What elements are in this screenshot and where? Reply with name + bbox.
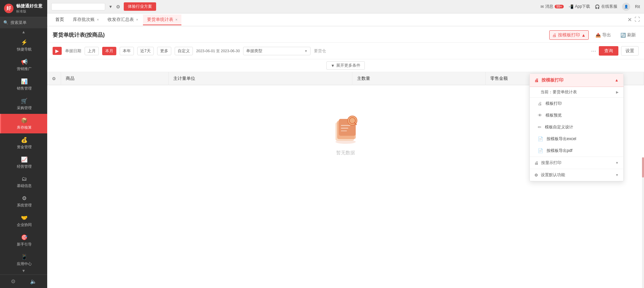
svg-rect-9: [341, 130, 347, 131]
avatar[interactable]: 👤: [622, 3, 630, 11]
nav-icon-basic-info: 🗂: [22, 176, 27, 182]
topbar-dropdown-icon[interactable]: ▼: [109, 4, 113, 9]
page-header: 要货单统计表(按商品) 🖨 按模板打印 ▲ 📤 导出 🔄 刷新: [47, 26, 644, 43]
query-btn[interactable]: 查询: [599, 46, 618, 56]
nav-label-collab: 企业协同: [17, 222, 32, 227]
sidebar-item-sales[interactable]: 📊 销售管理: [0, 75, 47, 94]
date-btn-this-month[interactable]: 本月: [102, 47, 116, 55]
nav-icon-sales: 📊: [21, 78, 28, 85]
sidebar-item-finance[interactable]: 💰 资金管理: [0, 133, 47, 153]
close-tab-collection-summary[interactable]: ×: [136, 18, 138, 22]
print-dropdown-current-section: 当前：要货单统计表 ▶: [530, 87, 623, 98]
tab-order-statistics[interactable]: 要货单统计表 ×: [143, 14, 181, 25]
export-icon: 📤: [595, 33, 601, 38]
date-btn-custom[interactable]: 自定义: [175, 47, 193, 55]
sidebar-nav: ⚡ 快捷导航 📢 营销推广 📊 销售管理 🛒 采购管理 📦 库存核算 💰 资金管…: [0, 36, 47, 267]
column-settings-icon[interactable]: ⚙: [52, 76, 56, 81]
settings-icon[interactable]: ⚙: [11, 278, 16, 285]
filter-toggle-btn[interactable]: ▶: [53, 47, 62, 55]
set-default-arrow-icon: ▼: [615, 173, 619, 177]
refresh-btn[interactable]: 🔄 刷新: [618, 31, 639, 39]
sidebar-item-collab[interactable]: 🤝 企业协同: [0, 211, 47, 231]
template-preview-item[interactable]: 👁 模板预览: [530, 109, 623, 121]
close-tab-order-statistics[interactable]: ×: [175, 18, 177, 22]
print-dropdown-arrow-up: ▲: [581, 33, 586, 38]
online-service-label: 在线客服: [601, 4, 617, 9]
print-dropdown-items-section: 🖨 模板打印 👁 模板预览 ✏ 模板自定义设计 📄 按模板导出excel: [530, 98, 623, 157]
date-btn-last-month[interactable]: 上月: [85, 47, 99, 55]
sidebar-item-purchase[interactable]: 🛒 采购管理: [0, 94, 47, 114]
more-options-btn[interactable]: ···: [591, 47, 596, 55]
template-preview-icon: 👁: [538, 113, 542, 118]
nav-label-operation: 经营管理: [17, 164, 32, 169]
topbar: ▼ ⚙ 体验行业方案 ✉ 消息 99+ 📲 App下载 🎧 在线客服 👤 Rit: [47, 0, 644, 13]
close-tab-batch-account[interactable]: ×: [97, 18, 99, 22]
messages-btn[interactable]: ✉ 消息 99+: [540, 4, 564, 9]
tab-close-window-btn[interactable]: ✕: [627, 17, 632, 23]
tab-batch-account-label: 库存批次账: [73, 17, 95, 23]
date-range-display: 2023-06-01 至 2023-06-30: [196, 49, 240, 54]
tab-expand-window-btn[interactable]: ⛶: [635, 17, 640, 23]
tab-home[interactable]: 首页: [51, 14, 68, 25]
print-template-label: 按模板打印: [558, 32, 580, 38]
date-filter-label: 单据日期: [65, 48, 81, 54]
expand-more-label: 展开更多条件: [336, 63, 360, 68]
set-default-subheader[interactable]: ⚙ 设置默认功能 ▼: [530, 169, 623, 181]
sidebar-scroll-down[interactable]: ▼: [0, 267, 47, 275]
sidebar-item-system[interactable]: ⚙ 系统管理: [0, 192, 47, 211]
print-template-btn[interactable]: 🖨 按模板打印 ▲: [549, 30, 589, 40]
speaker-icon[interactable]: 🔈: [30, 278, 37, 285]
nav-icon-marketing: 📢: [21, 59, 28, 65]
tab-collection-summary[interactable]: 收发存汇总表 ×: [104, 14, 142, 25]
sidebar-item-inventory[interactable]: 📦 库存核算: [0, 114, 47, 133]
date-btn-more[interactable]: 更多: [157, 47, 171, 55]
topbar-gear-icon[interactable]: ⚙: [116, 4, 120, 9]
avatar-icon: 👤: [624, 5, 628, 8]
date-btn-this-year[interactable]: 本年: [120, 47, 134, 55]
excel-export-icon: 📄: [538, 136, 543, 141]
username: Rit: [635, 4, 640, 9]
sidebar-item-quick-nav[interactable]: ⚡ 快捷导航: [0, 36, 47, 55]
current-template-arrow-icon: ▶: [616, 90, 619, 94]
doc-type-arrow-icon: ▼: [304, 49, 308, 53]
topbar-search-input[interactable]: [51, 3, 105, 10]
th-quantity: 主数量: [352, 72, 486, 85]
content-area: 要货单统计表(按商品) 🖨 按模板打印 ▲ 📤 导出 🔄 刷新: [47, 26, 644, 288]
template-export-pdf-item[interactable]: 📄 按模板导出pdf: [530, 145, 623, 157]
tab-order-statistics-label: 要货单统计表: [147, 17, 173, 23]
print-dropdown-header-left: 🖨 按模板打印: [534, 77, 563, 83]
set-default-section: ⚙ 设置默认功能 ▼: [530, 169, 623, 181]
date-btn-last-7-days[interactable]: 近7天: [137, 47, 154, 55]
template-export-excel-label: 按模板导出excel: [547, 136, 576, 142]
template-export-pdf-label: 按模板导出pdf: [547, 148, 573, 154]
export-btn[interactable]: 📤 导出: [593, 31, 614, 39]
print-dropdown-header[interactable]: 🖨 按模板打印 ▲: [530, 74, 623, 87]
template-export-excel-item[interactable]: 📄 按模板导出excel: [530, 133, 623, 145]
sidebar-item-app-center[interactable]: 📱 应用中心: [0, 250, 47, 267]
expand-more-btn[interactable]: ▼ 展开更多条件: [326, 61, 365, 70]
brand-name: 畅捷通好生意: [16, 3, 42, 9]
printer-icon: 🖨: [552, 33, 557, 38]
current-template-select[interactable]: 当前：要货单统计表 ▶: [530, 87, 623, 97]
display-print-subheader[interactable]: 🖨 按显示打印 ▼: [530, 157, 623, 169]
app-download-btn[interactable]: 📲 App下载: [568, 4, 590, 9]
doc-type-label: 单据类型: [246, 48, 262, 54]
template-custom-design-item[interactable]: ✏ 模板自定义设计: [530, 121, 623, 133]
sidebar-scroll-up[interactable]: ▲: [0, 28, 47, 36]
sidebar-item-basic-info[interactable]: 🗂 基础信息: [0, 172, 47, 192]
template-print-item[interactable]: 🖨 模板打印: [530, 98, 623, 109]
tab-batch-account[interactable]: 库存批次账 ×: [69, 14, 103, 25]
svg-rect-7: [341, 125, 350, 126]
trial-btn[interactable]: 体验行业方案: [124, 2, 156, 11]
sidebar-item-marketing[interactable]: 📢 营销推广: [0, 55, 47, 75]
settings-btn[interactable]: 设置: [621, 46, 639, 56]
sidebar-item-operation[interactable]: 📈 经营管理: [0, 153, 47, 172]
doc-type-select[interactable]: 单据类型 ▼: [243, 47, 311, 55]
sidebar-bottom: ⚙ 🔈: [0, 275, 47, 288]
th-settings[interactable]: ⚙: [47, 72, 61, 85]
print-header-icon: 🖨: [534, 78, 539, 83]
online-service-btn[interactable]: 🎧 在线客服: [595, 4, 617, 9]
sidebar-search[interactable]: 🔍 搜索菜单: [0, 17, 47, 28]
sidebar-item-guide[interactable]: 🎯 新手引导: [0, 231, 47, 250]
right-scrollbar[interactable]: [642, 157, 644, 288]
